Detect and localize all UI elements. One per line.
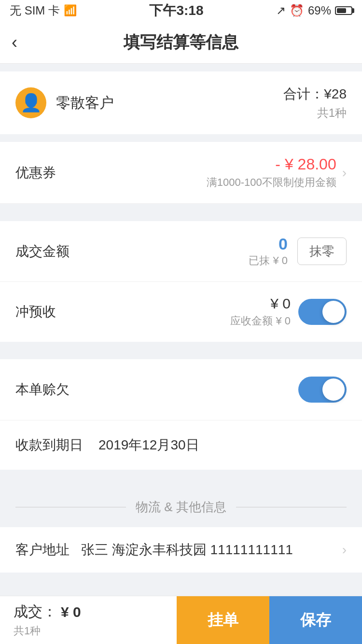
prepay-receivable: 应收金额 ¥ 0 xyxy=(230,314,291,328)
duedate-value: 2019年12月30日 xyxy=(98,436,199,454)
address-row[interactable]: 客户地址 张三 海淀永丰科技园 11111111111 › xyxy=(0,527,362,573)
battery-label: 69% xyxy=(308,4,331,17)
divider-2 xyxy=(0,350,362,359)
customer-avatar: 👤 xyxy=(15,87,46,118)
coupon-label: 优惠券 xyxy=(15,164,56,182)
coupon-chevron-icon: › xyxy=(342,165,347,181)
status-left: 无 SIM 卡 📶 xyxy=(10,3,77,18)
coupon-row[interactable]: 优惠券 - ¥ 28.00 满1000-100不限制使用金额 › xyxy=(0,142,362,204)
bottom-bar: 成交： ¥ 0 共1种 挂单 保存 xyxy=(0,596,362,644)
logistics-header: 物流 & 其他信息 xyxy=(0,487,362,527)
save-button[interactable]: 保存 xyxy=(269,596,362,644)
summary-count: 共1种 xyxy=(14,624,163,638)
nav-bar: ‹ 填写结算等信息 xyxy=(0,21,362,64)
customer-right: 合计：¥28 共1种 xyxy=(283,85,347,121)
pending-button[interactable]: 挂单 xyxy=(177,596,269,644)
debt-toggle[interactable] xyxy=(298,377,347,403)
amount-value: 0 xyxy=(249,235,288,253)
bottom-summary: 成交： ¥ 0 共1种 xyxy=(0,602,177,638)
address-label: 客户地址 xyxy=(15,541,70,559)
coupon-right: - ¥ 28.00 满1000-100不限制使用金额 › xyxy=(207,155,347,190)
customer-name: 零散客户 xyxy=(56,93,114,113)
avatar-icon: 👤 xyxy=(20,93,42,113)
prepay-amount: ¥ 0 xyxy=(230,295,291,312)
summary-label: 成交： xyxy=(14,602,57,622)
bottom-summary-amount: 成交： ¥ 0 xyxy=(14,602,163,622)
alarm-icon: ⏰ xyxy=(290,4,304,17)
customer-row: 👤 零散客户 合计：¥28 共1种 xyxy=(0,71,362,134)
battery-fill xyxy=(337,8,346,13)
wifi-icon: 📶 xyxy=(64,4,77,17)
address-value: 张三 海淀永丰科技园 11111111111 xyxy=(81,541,338,559)
debt-section: 本单赊欠 收款到期日 2019年12月30日 xyxy=(0,359,362,470)
nav-title: 填写结算等信息 xyxy=(124,31,238,54)
prepay-right: ¥ 0 应收金额 ¥ 0 xyxy=(230,295,347,328)
status-right: ↗ ⏰ 69% xyxy=(276,4,352,17)
logistics-line-right xyxy=(236,507,347,507)
amount-right: 0 已抹 ¥ 0 抹零 xyxy=(249,235,347,268)
customer-section: 👤 零散客户 合计：¥28 共1种 xyxy=(0,71,362,134)
round-button[interactable]: 抹零 xyxy=(297,238,347,265)
summary-amount: ¥ 0 xyxy=(61,604,81,620)
coupon-section: 优惠券 - ¥ 28.00 满1000-100不限制使用金额 › xyxy=(0,142,362,204)
status-bar: 无 SIM 卡 📶 下午3:18 ↗ ⏰ 69% xyxy=(0,0,362,21)
prepay-info: ¥ 0 应收金额 ¥ 0 xyxy=(230,295,291,328)
prepay-label: 冲预收 xyxy=(15,303,56,321)
divider-1 xyxy=(0,211,362,221)
toggle-knob xyxy=(322,301,345,323)
status-time: 下午3:18 xyxy=(149,1,203,20)
duedate-label: 收款到期日 xyxy=(15,436,83,454)
amount-value-wrap: 0 已抹 ¥ 0 xyxy=(249,235,288,268)
address-section: 客户地址 张三 海淀永丰科技园 11111111111 › xyxy=(0,527,362,573)
debt-toggle-knob xyxy=(322,378,345,401)
battery-bar xyxy=(335,6,352,15)
coupon-amount: - ¥ 28.00 xyxy=(207,155,336,173)
divider-3 xyxy=(0,477,362,487)
debt-row: 本单赊欠 xyxy=(0,359,362,420)
coupon-info: - ¥ 28.00 满1000-100不限制使用金额 xyxy=(207,155,336,190)
amount-row: 成交金额 0 已抹 ¥ 0 抹零 xyxy=(0,221,362,282)
logistics-line-left xyxy=(15,507,126,507)
customer-total: 合计：¥28 xyxy=(283,85,347,103)
duedate-row[interactable]: 收款到期日 2019年12月30日 xyxy=(0,420,362,470)
back-button[interactable]: ‹ xyxy=(12,32,17,53)
transaction-section: 成交金额 0 已抹 ¥ 0 抹零 冲预收 ¥ 0 应收金额 ¥ 0 xyxy=(0,221,362,342)
amount-label: 成交金额 xyxy=(15,242,70,261)
customer-left: 👤 零散客户 xyxy=(15,87,114,118)
location-icon: ↗ xyxy=(276,4,286,17)
prepay-toggle[interactable] xyxy=(298,299,347,325)
logistics-title: 物流 & 其他信息 xyxy=(126,499,236,516)
amount-rounded: 已抹 ¥ 0 xyxy=(249,253,288,268)
coupon-desc: 满1000-100不限制使用金额 xyxy=(207,175,336,190)
address-chevron-icon: › xyxy=(342,542,347,558)
prepay-row: 冲预收 ¥ 0 应收金额 ¥ 0 xyxy=(0,282,362,342)
carrier-label: 无 SIM 卡 xyxy=(10,3,60,18)
customer-count: 共1种 xyxy=(283,105,347,121)
debt-label: 本单赊欠 xyxy=(15,380,70,399)
